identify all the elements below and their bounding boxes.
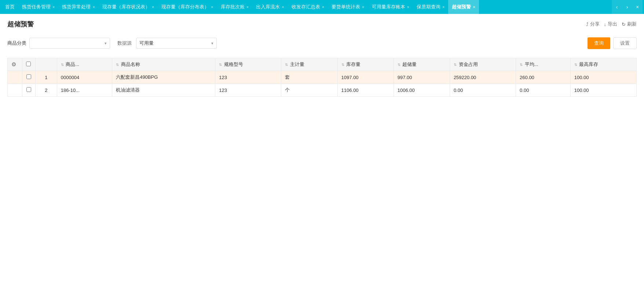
sort-icon: ⇅ — [116, 63, 119, 67]
th-unit[interactable]: ⇅ 主计量 — [281, 58, 337, 71]
nav-item-order-stats[interactable]: 要货单统计表 × — [328, 0, 368, 14]
nav-item-stock-dist[interactable]: 现存量（库存分布表） × — [158, 0, 217, 14]
th-gear: ⚙ — [8, 58, 22, 71]
row-stock: 1097.00 — [337, 71, 394, 84]
close-icon[interactable]: × — [322, 5, 324, 9]
th-checkbox — [22, 58, 36, 71]
refresh-button[interactable]: ↻ 刷新 — [622, 21, 637, 27]
sort-icon: ⇅ — [219, 63, 222, 67]
row-checkbox[interactable] — [26, 74, 31, 79]
row-unit: 个 — [281, 84, 337, 97]
sort-icon: ⇅ — [574, 63, 577, 67]
filter-actions: 查询 设置 — [588, 37, 637, 49]
table-row: 1 0000004 六配套新昌490BPG 123 套 1097.00 997.… — [8, 71, 637, 84]
nav-arrow-right[interactable]: › — [622, 0, 632, 14]
row-spec: 123 — [215, 71, 281, 84]
close-icon[interactable]: × — [473, 5, 475, 9]
row-product-code: 0000004 — [57, 71, 112, 84]
close-icon[interactable]: × — [52, 5, 55, 9]
nav-item-flow[interactable]: 出入库流水 × — [252, 0, 288, 14]
category-select[interactable]: ▾ — [29, 38, 110, 49]
sort-icon: ⇅ — [61, 63, 64, 67]
row-product-name: 机油滤清器 — [112, 84, 215, 97]
row-gear-cell — [8, 84, 22, 97]
row-checkbox[interactable] — [26, 87, 31, 92]
select-all-checkbox[interactable] — [26, 62, 31, 66]
th-product-name[interactable]: ⇅ 商品名称 — [112, 58, 215, 71]
close-icon[interactable]: × — [246, 5, 249, 9]
close-icon[interactable]: × — [211, 5, 213, 9]
row-product-name: 六配套新昌490BPG — [112, 71, 215, 84]
close-icon[interactable]: × — [442, 5, 444, 9]
close-icon[interactable]: × — [92, 5, 95, 9]
page-title: 超储预警 — [7, 20, 34, 29]
row-gear-cell — [8, 71, 22, 84]
th-capital[interactable]: ⇅ 资金占用 — [450, 58, 516, 71]
share-icon: ⤴ — [586, 22, 589, 27]
row-spec: 123 — [215, 84, 281, 97]
row-number: 1 — [36, 71, 57, 84]
row-checkbox-cell — [22, 84, 36, 97]
th-spec[interactable]: ⇅ 规格型号 — [215, 58, 281, 71]
page-container: 超储预警 ⤴ 分享 ↓ 导出 ↻ 刷新 商品分类 ▾ 数据源 — [0, 14, 644, 103]
datasource-filter-group: 数据源 可用量 ▾ — [117, 38, 217, 49]
nav-bar: 首页 拣货任务管理 × 拣货异常处理 × 现存量（库存状况表） × 现存量（库存… — [0, 0, 644, 14]
nav-item-shelf-life[interactable]: 保质期查询 × — [413, 0, 448, 14]
datasource-value: 可用量 — [139, 40, 154, 47]
page-title-row: 超储预警 ⤴ 分享 ↓ 导出 ↻ 刷新 — [7, 20, 637, 29]
nav-item-stock-status[interactable]: 现存量（库存状况表） × — [99, 0, 158, 14]
close-icon[interactable]: × — [152, 5, 154, 9]
row-max-stock: 100.00 — [570, 84, 636, 97]
datasource-label: 数据源 — [117, 40, 132, 47]
row-overstock: 1006.00 — [394, 84, 450, 97]
sort-icon: ⇅ — [398, 63, 400, 67]
export-button[interactable]: ↓ 导出 — [604, 21, 618, 27]
nav-item-overstock[interactable]: 超储预警 × — [448, 0, 479, 14]
close-icon[interactable]: × — [362, 5, 364, 9]
export-icon: ↓ — [604, 22, 607, 27]
sort-icon: ⇅ — [341, 63, 344, 67]
row-avg: 0.00 — [516, 84, 571, 97]
category-label: 商品分类 — [7, 40, 26, 47]
nav-item-task[interactable]: 拣货任务管理 × — [18, 0, 58, 14]
nav-item-usable[interactable]: 可用量库存账本 × — [368, 0, 413, 14]
row-max-stock: 100.00 — [570, 71, 636, 84]
query-button[interactable]: 查询 — [588, 37, 610, 49]
share-button[interactable]: ⤴ 分享 — [586, 21, 600, 27]
sort-icon: ⇅ — [285, 63, 288, 67]
gear-icon[interactable]: ⚙ — [11, 61, 16, 67]
datasource-select[interactable]: 可用量 ▾ — [136, 38, 217, 49]
th-avg[interactable]: ⇅ 平均... — [516, 58, 571, 71]
category-filter-group: 商品分类 ▾ — [7, 38, 110, 49]
close-icon[interactable]: × — [407, 5, 409, 9]
row-capital: 0.00 — [450, 84, 516, 97]
th-product-code[interactable]: ⇅ 商品... — [57, 58, 112, 71]
row-stock: 1106.00 — [337, 84, 394, 97]
th-stock[interactable]: ⇅ 库存量 — [337, 58, 394, 71]
th-max-stock[interactable]: ⇅ 最高库存 — [570, 58, 636, 71]
close-icon[interactable]: × — [282, 5, 284, 9]
title-actions: ⤴ 分享 ↓ 导出 ↻ 刷新 — [586, 21, 637, 27]
th-no — [36, 58, 57, 71]
nav-arrow-close[interactable]: × — [632, 0, 643, 14]
data-table: ⚙ ⇅ 商品... ⇅ 商品名称 ⇅ 规格型号 — [7, 58, 637, 97]
row-unit: 套 — [281, 71, 337, 84]
row-checkbox-cell — [22, 71, 36, 84]
chevron-down-icon: ▾ — [105, 41, 107, 46]
nav-item-batch[interactable]: 库存批次账 × — [217, 0, 252, 14]
table-row: 2 186-10... 机油滤清器 123 个 1106.00 1006.00 … — [8, 84, 637, 97]
row-capital: 259220.00 — [450, 71, 516, 84]
settings-button[interactable]: 设置 — [613, 37, 637, 49]
nav-item-exception[interactable]: 拣货异常处理 × — [58, 0, 98, 14]
nav-item-home[interactable]: 首页 — [1, 0, 18, 14]
row-number: 2 — [36, 84, 57, 97]
nav-arrow-left[interactable]: ‹ — [612, 0, 622, 14]
filter-row: 商品分类 ▾ 数据源 可用量 ▾ 查询 设置 — [7, 34, 637, 52]
sort-icon: ⇅ — [520, 63, 523, 67]
nav-item-summary[interactable]: 收发存汇总表 × — [288, 0, 328, 14]
nav-arrows: ‹ › × — [612, 0, 643, 14]
sort-icon: ⇅ — [454, 63, 457, 67]
row-avg: 260.00 — [516, 71, 571, 84]
th-overstock[interactable]: ⇅ 超储量 — [394, 58, 450, 71]
row-overstock: 997.00 — [394, 71, 450, 84]
